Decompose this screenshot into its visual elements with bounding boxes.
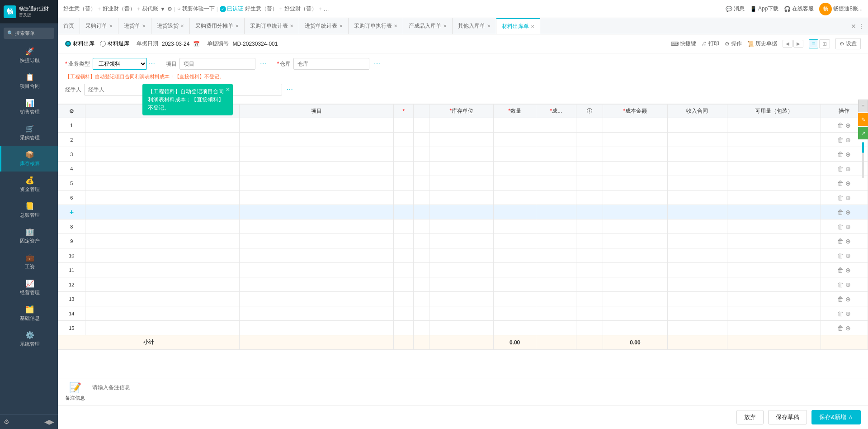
cell-spec[interactable] — [414, 321, 429, 335]
cell-cost-amount[interactable] — [603, 147, 667, 162]
cell-item-code[interactable] — [394, 219, 414, 234]
warehouse-expand-icon[interactable]: ⋯ — [374, 60, 380, 67]
copy-icon[interactable]: ⊕ — [845, 180, 851, 187]
sidebar-item-fixed-assets[interactable]: 🏢 固定资产 — [0, 223, 58, 249]
cell-no[interactable] — [85, 277, 239, 292]
cell-cost-amount[interactable] — [603, 321, 667, 335]
cell-project[interactable] — [239, 321, 393, 335]
cell-project[interactable] — [239, 292, 393, 306]
cell-quantity[interactable] — [494, 306, 536, 321]
copy-icon[interactable]: ⊕ — [845, 122, 851, 129]
business-type-select[interactable]: 工程领料 直接领料 — [93, 58, 147, 70]
cell-no[interactable] — [85, 176, 239, 191]
cell-item-code[interactable] — [394, 191, 414, 205]
copy-icon[interactable]: ⊕ — [845, 136, 851, 143]
cell-cost-amount[interactable] — [603, 234, 667, 248]
delete-icon[interactable]: 🗑 — [837, 122, 844, 129]
tab-close-icon[interactable]: ✕ — [109, 24, 113, 29]
cell-spec[interactable] — [414, 219, 429, 234]
cell-cost-amount[interactable] — [603, 219, 667, 234]
page-settings-button[interactable]: ⚙ 设置 — [835, 38, 861, 49]
sidebar-item-shortcut[interactable]: 🚀 快捷导航 — [0, 43, 58, 68]
cell-spec[interactable] — [414, 162, 429, 176]
cell-cost-amount[interactable] — [603, 277, 667, 292]
cell-project[interactable] — [239, 162, 393, 176]
cell-income-contract[interactable] — [667, 263, 727, 277]
sidebar-item-sales[interactable]: 📊 销售管理 — [0, 94, 58, 120]
sidebar-item-basic-info[interactable]: 🗂️ 基础信息 — [0, 300, 58, 326]
cell-income-contract[interactable] — [667, 176, 727, 191]
radio-return-input[interactable] — [100, 41, 106, 47]
topbar-experience-link[interactable]: ○ 我要体验一下 — [177, 5, 215, 13]
list-view-button[interactable]: ≡ — [809, 39, 818, 48]
cell-no[interactable] — [85, 219, 239, 234]
cell-cost-price[interactable] — [536, 191, 576, 205]
cell-cost-amount[interactable] — [603, 292, 667, 306]
cell-unit[interactable] — [429, 306, 494, 321]
cell-item-code[interactable] — [394, 133, 414, 147]
cell-cost-price[interactable] — [536, 321, 576, 335]
cell-project[interactable] — [239, 133, 393, 147]
topbar-settings-icon[interactable]: ⚙ — [167, 6, 172, 12]
save-draft-button[interactable]: 保存草稿 — [768, 410, 807, 424]
tab-purchase-in[interactable]: 进货单✕ — [118, 18, 151, 34]
save-new-button[interactable]: 保存&新增 ∧ — [811, 410, 861, 424]
delete-icon[interactable]: 🗑 — [837, 165, 844, 172]
cell-no[interactable] — [85, 162, 239, 176]
cell-cost-price[interactable] — [536, 176, 576, 191]
cell-income-contract[interactable] — [667, 306, 727, 321]
cell-cost-price[interactable] — [536, 147, 576, 162]
cell-no[interactable] — [85, 321, 239, 335]
topbar-link-haoshengyi[interactable]: 好生意（普） — [63, 5, 96, 13]
cell-quantity[interactable] — [494, 162, 536, 176]
collapse-button[interactable]: ◀▶ — [44, 418, 54, 425]
right-panel-btn3[interactable]: ↗ — [858, 127, 868, 139]
copy-icon[interactable]: ⊕ — [845, 223, 851, 230]
add-row-button[interactable]: + — [70, 208, 74, 216]
tab-close-icon[interactable]: ✕ — [443, 24, 447, 29]
prev-button[interactable]: ◀ — [783, 40, 793, 48]
cell-no-active[interactable] — [85, 205, 239, 219]
tab-close-icon[interactable]: ✕ — [339, 24, 343, 29]
copy-icon[interactable]: ⊕ — [845, 238, 851, 245]
cell-quantity[interactable] — [494, 263, 536, 277]
copy-icon[interactable]: ⊕ — [845, 252, 851, 259]
cell-quantity[interactable] — [494, 248, 536, 263]
cell-unit[interactable] — [429, 147, 494, 162]
cell-project[interactable] — [239, 234, 393, 248]
history-button[interactable]: 📜 历史单据 — [747, 40, 777, 48]
delete-icon[interactable]: 🗑 — [837, 209, 844, 216]
discard-button[interactable]: 放弃 — [736, 410, 764, 424]
radio-material-return[interactable]: 材料退库 — [100, 40, 129, 48]
cell-spec[interactable] — [414, 248, 429, 263]
cell-cost-amount[interactable] — [603, 306, 667, 321]
cell-income-contract[interactable] — [667, 321, 727, 335]
income-contract-expand-icon[interactable]: ⋯ — [287, 86, 293, 93]
cell-quantity[interactable] — [494, 176, 536, 191]
cell-spec[interactable] — [414, 292, 429, 306]
row-input-no[interactable] — [89, 209, 236, 215]
settings-button[interactable]: ⚙ — [4, 418, 9, 425]
row-input-project[interactable] — [243, 209, 390, 215]
app-download-button[interactable]: 📱 App下载 — [750, 5, 778, 13]
cell-item-code[interactable] — [394, 277, 414, 292]
tab-other-instock[interactable]: 其他入库单✕ — [453, 18, 496, 34]
topbar-dropdown-arrow[interactable]: ▼ — [160, 6, 165, 12]
cell-unit[interactable] — [429, 277, 494, 292]
cell-no[interactable] — [85, 292, 239, 306]
cell-project[interactable] — [239, 306, 393, 321]
copy-icon[interactable]: ⊕ — [845, 310, 851, 317]
cell-project[interactable] — [239, 176, 393, 191]
cell-no[interactable] — [85, 248, 239, 263]
business-type-expand-icon[interactable]: ⋯ — [149, 60, 155, 67]
cell-item-code[interactable] — [394, 306, 414, 321]
cell-no[interactable] — [85, 263, 239, 277]
cell-item-code[interactable] — [394, 162, 414, 176]
copy-icon[interactable]: ⊕ — [845, 194, 851, 201]
radio-material-out[interactable]: 材料出库 — [65, 40, 94, 48]
delete-icon[interactable]: 🗑 — [837, 252, 844, 259]
tab-close-icon[interactable]: ✕ — [235, 24, 239, 29]
cell-quantity[interactable] — [494, 147, 536, 162]
cell-spec[interactable] — [414, 306, 429, 321]
cell-no[interactable] — [85, 133, 239, 147]
